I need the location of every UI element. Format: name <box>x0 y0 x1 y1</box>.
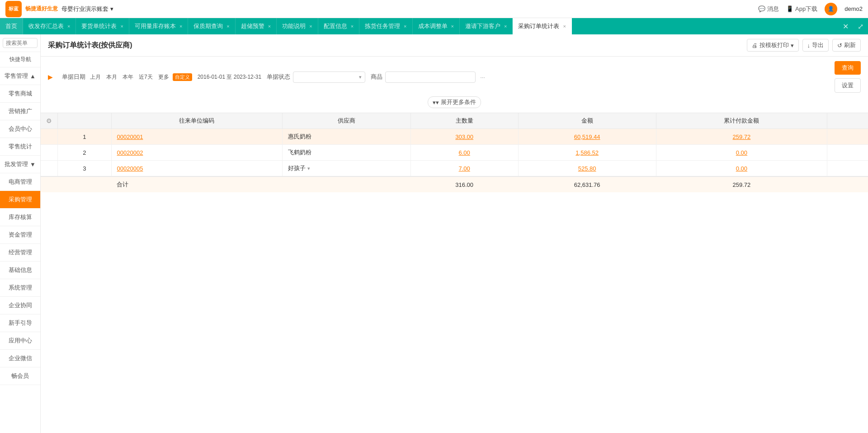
status-filter-item: 单据状态 <box>267 71 365 83</box>
row-paid-amount[interactable]: 0.00 <box>656 161 827 177</box>
tab-yaohuo-label: 要货单统计表 <box>81 22 117 30</box>
tab-kuyong-close[interactable]: × <box>179 24 182 29</box>
status-select[interactable] <box>293 71 365 83</box>
page-header: 采购订单统计表(按供应商) 🖨 按模板打印 ▾ ↓ 导出 ↺ 刷新 <box>41 34 868 57</box>
row-main-qty[interactable]: 303.00 <box>410 129 518 145</box>
tab-peizhi[interactable]: 配置信息 × <box>318 18 359 34</box>
row-unit-code[interactable]: 00020002 <box>111 145 283 161</box>
export-btn[interactable]: ↓ 导出 <box>802 39 829 52</box>
row-index: 3 <box>58 161 112 177</box>
tab-caigou-close[interactable]: × <box>563 24 566 29</box>
sidebar-item-sys-mgmt[interactable]: 系统管理 <box>0 279 40 297</box>
col-settings-icon[interactable]: ⚙ <box>46 117 52 124</box>
row-settings-col <box>41 161 58 177</box>
sidebar-item-enterprise-wechat[interactable]: 企业微信 <box>0 350 40 367</box>
tab-home[interactable]: 首页 <box>0 18 23 34</box>
goods-filter-more[interactable]: ··· <box>480 74 485 81</box>
tab-peizhi-close[interactable]: × <box>351 24 354 29</box>
filter-bar: ▶ 单据日期 上月 本月 本年 近7天 更多 自定义 2016-01-01 至 … <box>41 57 868 113</box>
row-unit-code[interactable]: 00020001 <box>111 129 283 145</box>
sidebar-item-ecommerce-mgmt[interactable]: 电商管理 <box>0 173 40 191</box>
row-unit-code[interactable]: 00020005 <box>111 161 283 177</box>
sidebar-item-member[interactable]: 畅会员 <box>0 367 40 385</box>
username-label[interactable]: demo2 <box>844 5 863 12</box>
app-label: App下载 <box>795 5 817 13</box>
sidebar-item-enterprise-collab[interactable]: 企业协同 <box>0 297 40 314</box>
shortcut-7days[interactable]: 近7天 <box>137 72 155 82</box>
shortcut-this-year[interactable]: 本年 <box>121 72 135 82</box>
status-select-wrapper <box>293 71 365 83</box>
workspace-selector[interactable]: 母婴行业演示账套 ▾ <box>61 5 113 13</box>
row-main-qty[interactable]: 6.00 <box>410 145 518 161</box>
new-guide-label: 新手引导 <box>9 319 32 326</box>
retail-shop-label: 零售商城 <box>9 90 32 97</box>
sidebar-item-capital-mgmt[interactable]: 资金管理 <box>0 226 40 244</box>
tab-jianhuo-close[interactable]: × <box>404 24 406 29</box>
sidebar-item-quick-nav[interactable]: 快捷导航 <box>0 52 40 67</box>
tab-baozhi[interactable]: 保质期查询 × <box>188 18 235 34</box>
sidebar-item-retail-shop[interactable]: 零售商城 <box>0 85 40 103</box>
row-amount[interactable]: 1,586.52 <box>518 145 656 161</box>
footer-col-index <box>58 176 112 192</box>
tab-yaoqing[interactable]: 邀请下游客户 × <box>460 18 513 34</box>
sidebar-item-purchase-mgmt[interactable]: 采购管理 <box>0 191 40 209</box>
tab-shoufacun-close[interactable]: × <box>67 24 70 29</box>
sidebar-item-inventory-check[interactable]: 库存核算 <box>0 209 40 226</box>
sidebar-item-member-center[interactable]: 会员中心 <box>0 120 40 138</box>
tab-jianhuo[interactable]: 拣货任务管理 × <box>359 18 412 34</box>
sidebar-search-input[interactable] <box>3 38 38 48</box>
tab-yaohuo[interactable]: 要货单统计表 × <box>76 18 129 34</box>
shortcut-more[interactable]: 更多 <box>156 72 171 82</box>
tab-yaohuo-close[interactable]: × <box>120 24 123 29</box>
tab-shoufacun[interactable]: 收发存汇总表 × <box>23 18 76 34</box>
refresh-btn[interactable]: ↺ 刷新 <box>832 39 861 52</box>
sidebar-item-retail-mgmt[interactable]: 零售管理 ▲ <box>0 67 40 85</box>
sidebar-item-retail-stats[interactable]: 零售统计 <box>0 138 40 156</box>
nav-close-btn[interactable]: ✕ <box>838 18 853 34</box>
shortcut-this-month[interactable]: 本月 <box>104 72 119 82</box>
tab-kuyong[interactable]: 可用量库存账本 × <box>129 18 188 34</box>
app-download-btn[interactable]: 📱 App下载 <box>786 5 817 13</box>
tab-chachu-close[interactable]: × <box>268 24 271 29</box>
app-center-label: 应用中心 <box>9 337 32 344</box>
tab-caigou[interactable]: 采购订单统计表 × <box>513 18 571 34</box>
sidebar-item-basic-info[interactable]: 基础信息 <box>0 262 40 279</box>
print-btn[interactable]: 🖨 按模板打印 ▾ <box>747 39 799 52</box>
marketing-label: 营销推广 <box>9 108 32 114</box>
shortcut-last-month[interactable]: 上月 <box>88 72 103 82</box>
row-amount[interactable]: 60,519.44 <box>518 129 656 145</box>
tab-baozhi-close[interactable]: × <box>226 24 229 29</box>
query-btn[interactable]: 查询 <box>835 61 861 75</box>
sidebar-item-wholesale-mgmt[interactable]: 批发管理 ▼ <box>0 156 40 173</box>
nav-restore-btn[interactable]: ⤢ <box>853 18 868 34</box>
goods-filter-input[interactable] <box>385 71 476 83</box>
sidebar-item-new-guide[interactable]: 新手引导 <box>0 314 40 332</box>
message-btn[interactable]: 💬 消息 <box>758 5 779 13</box>
date-range-value: 2016-01-01 至 2023-12-31 <box>198 73 261 81</box>
tab-yaoqing-close[interactable]: × <box>504 24 507 29</box>
logo: 标蓝 <box>5 1 22 17</box>
tab-chengben[interactable]: 成本调整单 × <box>413 18 460 34</box>
tab-gongneng[interactable]: 功能说明 × <box>277 18 318 34</box>
filter-expand-arrow[interactable]: ▶ <box>48 73 53 81</box>
print-dropdown-icon: ▾ <box>791 42 794 49</box>
sidebar-item-biz-mgmt[interactable]: 经营管理 <box>0 244 40 262</box>
tab-gongneng-close[interactable]: × <box>309 24 312 29</box>
tab-chengben-close[interactable]: × <box>451 24 454 29</box>
top-bar-left: 标蓝 畅捷通好生意 母婴行业演示账套 ▾ <box>5 1 113 17</box>
tab-chachu[interactable]: 超储预警 × <box>236 18 277 34</box>
row-main-qty[interactable]: 7.00 <box>410 161 518 177</box>
tab-chengben-label: 成本调整单 <box>418 22 448 30</box>
message-label: 消息 <box>767 5 779 13</box>
row-settings-col <box>41 145 58 161</box>
expand-conditions-btn[interactable]: ▾▾ 展开更多条件 <box>428 96 481 108</box>
row-paid-amount[interactable]: 259.72 <box>656 129 827 145</box>
user-avatar[interactable]: 👤 <box>825 3 837 15</box>
row-paid-amount[interactable]: 0.00 <box>656 145 827 161</box>
settings-btn[interactable]: 设置 <box>835 78 861 93</box>
date-filter-label: 单据日期 <box>62 73 85 81</box>
sidebar-item-app-center[interactable]: 应用中心 <box>0 332 40 350</box>
row-amount[interactable]: 525.80 <box>518 161 656 177</box>
sidebar-item-marketing[interactable]: 营销推广 <box>0 103 40 120</box>
custom-badge[interactable]: 自定义 <box>173 73 192 81</box>
